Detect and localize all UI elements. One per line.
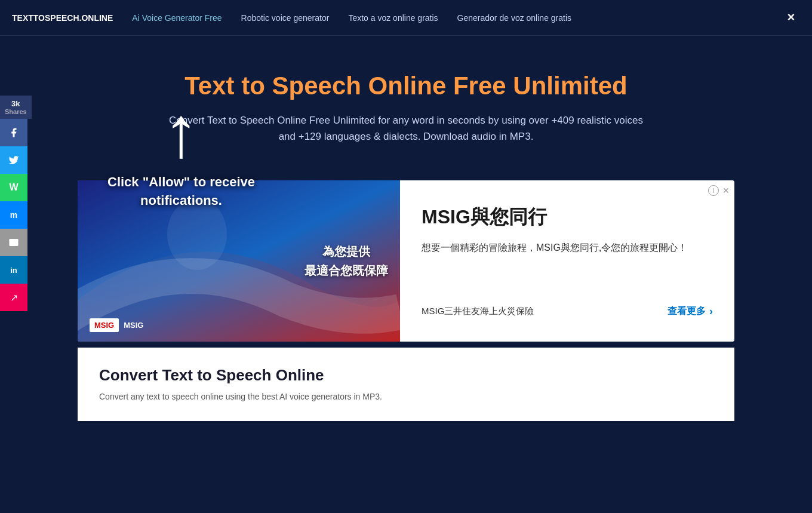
ad-close-button[interactable]: ✕ — [722, 186, 730, 195]
generic-share-button[interactable]: ↗ — [0, 284, 27, 311]
ad-info-button[interactable]: i — [708, 185, 719, 196]
ad-image-text: 為您提供 最適合您既保障 — [304, 242, 388, 280]
nav-link-robotic[interactable]: Robotic voice generator — [241, 13, 330, 23]
convert-title: Convert Text to Speech Online — [99, 366, 713, 385]
social-sidebar: 3k Shares W m in ↗ — [0, 96, 32, 311]
email-share-button[interactable] — [0, 229, 27, 256]
linkedin-icon-text: in — [10, 266, 17, 275]
ad-bottom-row: MSIG三井住友海上火災保險 查看更多 › — [422, 305, 713, 318]
svg-point-1 — [167, 198, 227, 270]
shares-label: Shares — [5, 108, 27, 115]
msig-logo-box: MSIG — [90, 318, 119, 332]
ad-controls: i ✕ — [708, 185, 730, 196]
ad-content: MSIG與您同行 想要一個精彩的冒險旅程，MSIG與您同行,令您的旅程更開心！ … — [400, 180, 734, 342]
nav-brand[interactable]: TEXTTOSPEECH.ONLINE — [12, 13, 113, 23]
navigation: TEXTTOSPEECH.ONLINE Ai Voice Generator F… — [0, 0, 812, 36]
hero-section: Text to Speech Online Free Unlimited Con… — [0, 36, 812, 168]
nav-link-ai-voice[interactable]: Ai Voice Generator Free — [132, 13, 222, 23]
nav-link-generador[interactable]: Generador de voz online gratis — [457, 13, 571, 23]
ad-cta-button[interactable]: 查看更多 › — [668, 305, 713, 318]
ad-cta-arrow-icon: › — [709, 305, 713, 318]
convert-description: Convert any text to speech online using … — [99, 391, 713, 403]
ad-image-line1: 為您提供 — [304, 242, 388, 261]
share-count-box: 3k Shares — [0, 96, 32, 119]
messenger-share-button[interactable]: m — [0, 201, 27, 229]
share-number: 3k — [5, 99, 27, 108]
ad-image-line2: 最適合您既保障 — [304, 261, 388, 280]
ad-title: MSIG與您同行 — [422, 204, 713, 231]
nav-link-texto[interactable]: Texto a voz online gratis — [348, 13, 438, 23]
close-button[interactable]: × — [782, 8, 800, 26]
facebook-share-button[interactable] — [0, 119, 27, 146]
convert-section: Convert Text to Speech Online Convert an… — [78, 348, 734, 421]
share-icon: ↗ — [10, 292, 18, 303]
ad-cta-label: 查看更多 — [668, 305, 706, 318]
ad-image: 為您提供 最適合您既保障 MSIG MSIG — [78, 180, 400, 342]
msig-logo-label: MSIG — [124, 321, 143, 330]
whatsapp-share-button[interactable]: W — [0, 174, 27, 201]
hero-content: Text to Speech Online Free Unlimited Con… — [0, 36, 812, 168]
hero-title: Text to Speech Online Free Unlimited — [12, 72, 800, 100]
twitter-share-button[interactable] — [0, 146, 27, 174]
linkedin-share-button[interactable]: in — [0, 256, 27, 284]
hero-description: Convert Text to Speech Online Free Unlim… — [167, 112, 645, 145]
ad-description: 想要一個精彩的冒險旅程，MSIG與您同行,令您的旅程更開心！ — [422, 240, 713, 256]
ad-banner: i ✕ — [78, 180, 734, 342]
ad-company-name: MSIG三井住友海上火災保險 — [422, 306, 534, 317]
ad-msig-logo: MSIG MSIG — [90, 318, 143, 332]
